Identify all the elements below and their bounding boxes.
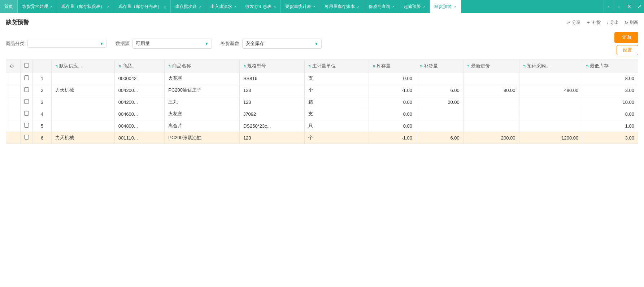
tab-close-order-stat[interactable]: × [313,4,316,9]
row-num-cell: 1 [33,72,52,84]
th-min_stock[interactable]: ⇅最低库存 [582,60,638,72]
col-label-est_purchase: 预计采购... [527,63,550,69]
th-stock[interactable]: ⇅库存量 [369,60,416,72]
tab-close-receipt-summary[interactable]: × [274,4,276,9]
row-text-cell: 801110... [114,132,165,144]
export-action[interactable]: ↓ 导出 [606,19,619,26]
tab-close-stock-dist[interactable]: × [164,4,166,9]
tab-close-stock-status[interactable]: × [107,4,109,9]
tab-overstock[interactable]: 超储预警× [399,0,430,13]
tab-close-batch-account[interactable]: × [199,4,201,9]
tab-close-expiry[interactable]: × [392,4,395,9]
tab-shortage[interactable]: 缺货预警× [430,0,461,13]
th-supplier[interactable]: ⇅默认供应... [52,60,115,72]
tab-abnormal[interactable]: 炼货异常处理× [18,0,57,13]
tab-inout-flow[interactable]: 出入库流水× [206,0,241,13]
row-text-cell: 火花塞 [165,72,240,84]
row-number-cell [463,72,519,84]
tab-close-inout-flow[interactable]: × [234,4,236,9]
datasource-dropdown-icon: ▼ [205,41,209,46]
row-text-cell: 支 [304,108,369,120]
row-number-cell: 1200.00 [519,132,582,144]
datasource-filter-group: 数据源 可用量 ▼ [116,39,212,49]
tab-next-btn[interactable]: › [614,0,624,13]
row-checkbox[interactable] [24,135,29,140]
th-product_code[interactable]: ⇅商品... [114,60,165,72]
category-select[interactable]: ▼ [27,40,107,48]
row-number-cell: 0.00 [369,72,416,84]
row-checkbox[interactable] [24,111,29,116]
th-latest_price[interactable]: ⇅最新进价 [463,60,519,72]
th-est_purchase[interactable]: ⇅预计采购... [519,60,582,72]
tab-stock-status[interactable]: 现存量（库存状况表）× [57,0,114,13]
tab-stock-dist[interactable]: 现存量（库存分布表）× [114,0,171,13]
row-num-cell: 6 [33,132,52,144]
th-product_name[interactable]: ⇅商品名称 [165,60,240,72]
sort-icon: ⇅ [308,64,311,68]
tab-expand-btn[interactable]: ⤢ [634,0,644,13]
refresh-action[interactable]: ↻ 刷新 [625,19,638,26]
category-label: 商品分类 [6,40,25,47]
col-label-stock: 库存量 [377,63,391,69]
replenish-base-select[interactable]: 安全库存 ▼ [242,39,322,49]
sort-icon: ⇅ [243,64,246,68]
sort-icon: ⇅ [586,64,589,68]
col-label-min_stock: 最低库存 [590,63,609,69]
tab-close-shortage[interactable]: × [454,4,456,9]
row-text-cell: 个 [304,84,369,96]
row-text-cell: 三九 [165,96,240,108]
tab-close-overstock[interactable]: × [423,4,425,9]
row-text-cell: 123 [239,132,304,144]
tab-close-abnormal[interactable]: × [50,4,52,9]
tab-label: 保质期查询 [369,4,390,10]
tab-prev-btn[interactable]: ‹ [604,0,614,13]
tab-receipt-summary[interactable]: 收发存汇总表× [241,0,280,13]
row-number-cell: 8.00 [582,72,638,84]
th-spec[interactable]: ⇅规格型号 [239,60,304,72]
row-number-cell: 6.00 [416,84,464,96]
table-row: 6力天机械801110...PC200张紧油缸123个-1.006.00200.… [6,132,638,144]
replenish-base-label: 补货基数 [221,40,239,47]
settings-button[interactable]: 设置 [617,45,638,55]
row-empty-cell [6,96,21,108]
row-number-cell [463,108,519,120]
row-number-cell: 10.00 [582,96,638,108]
tab-batch-account[interactable]: 库存批次账× [171,0,206,13]
share-action[interactable]: ↗ 分享 [567,19,580,26]
tab-close-available-ledger[interactable]: × [357,4,359,9]
row-number-cell: 0.00 [369,96,416,108]
row-text-cell [52,96,115,108]
select-all-checkbox[interactable] [24,63,29,68]
datasource-select[interactable]: 可用量 ▼ [132,39,212,49]
row-checkbox[interactable] [24,123,29,128]
column-settings-icon[interactable]: ⚙ [10,63,14,69]
col-label-product_name: 商品名称 [172,63,191,69]
row-text-cell: 004200... [114,84,165,96]
row-number-cell: 1.00 [582,120,638,132]
filter-actions: 查询 设置 [614,32,638,55]
row-empty-cell [6,108,21,120]
tab-label: 可用量库存账本 [325,4,355,10]
data-table: ⚙⇅默认供应...⇅商品...⇅商品名称⇅规格型号⇅主计量单位⇅库存量⇅补货量⇅… [6,59,638,144]
tab-close-all-btn[interactable]: ✕ [624,0,634,13]
replenish-action[interactable]: ＋ 补货 [586,19,601,26]
row-checkbox[interactable] [24,99,29,104]
tab-available-ledger[interactable]: 可用量库存账本× [320,0,364,13]
tab-label: 现存量（库存分布表） [118,4,162,10]
row-number-cell: 8.00 [582,108,638,120]
row-checkbox-cell [21,96,33,108]
query-button[interactable]: 查询 [614,32,638,43]
col-label-replenish_qty: 补货量 [424,63,438,69]
row-checkbox[interactable] [24,87,29,92]
row-text-cell: 0000042 [114,72,165,84]
datasource-select-value: 可用量 [136,40,150,47]
share-icon: ↗ [567,20,570,25]
th-unit[interactable]: ⇅主计量单位 [304,60,369,72]
tab-home[interactable]: 首页 [0,0,18,13]
tab-order-stat[interactable]: 要货单统计表× [281,0,320,13]
tab-label: 要货单统计表 [285,4,311,10]
th-replenish_qty[interactable]: ⇅补货量 [416,60,464,72]
sort-icon: ⇅ [118,64,121,68]
tab-expiry[interactable]: 保质期查询× [364,0,399,13]
row-checkbox[interactable] [24,75,29,80]
